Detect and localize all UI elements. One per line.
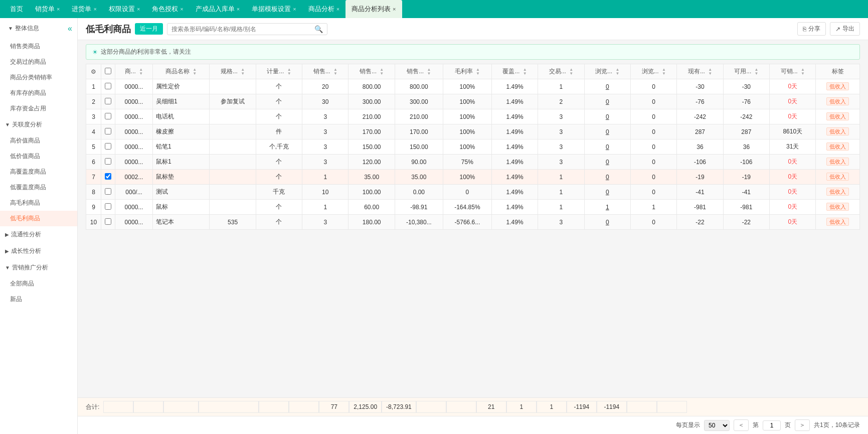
nav-analysis-list-close[interactable]: × [393,6,396,12]
nav-purchase[interactable]: 进货单 × [66,0,102,18]
row-checkbox-cell[interactable] [101,139,115,155]
row-sales-price: 800.00 [349,79,395,94]
row-checkbox-cell[interactable] [101,124,115,139]
row-checkbox[interactable] [105,203,111,210]
row-checkbox[interactable] [105,113,111,119]
nav-home[interactable]: 首页 [4,0,29,18]
sidebar-item-all-goods[interactable]: 全部商品 [0,276,77,292]
row-checkbox[interactable] [105,128,111,134]
row-checkbox[interactable] [105,188,111,195]
col-coverage[interactable]: 覆盖... ▲▼ [491,64,538,79]
sidebar-section-relevance[interactable]: ▼ 关联度分析 [0,116,77,133]
nav-permissions-close[interactable]: × [137,6,140,12]
nav-purchase-close[interactable]: × [93,6,96,12]
row-checkbox-cell[interactable] [101,79,115,94]
row-view1[interactable]: 0 [584,139,630,155]
col-current[interactable]: 现有... ▲▼ [677,64,723,79]
row-current: -106 [677,155,723,170]
row-checkbox-cell[interactable] [101,170,115,185]
row-checkbox[interactable] [105,173,111,180]
col-trade[interactable]: 交易... ▲▼ [538,64,584,79]
row-checkbox-cell[interactable] [101,185,115,200]
row-view1[interactable]: 0 [584,124,630,139]
row-checkbox-cell[interactable] [101,94,115,109]
col-code[interactable]: 商... ▲▼ [115,64,153,79]
nav-sales[interactable]: 销货单 × [29,0,66,18]
page-input[interactable] [763,420,781,430]
nav-sales-close[interactable]: × [57,6,60,12]
col-sellable[interactable]: 可销... ▲▼ [770,64,816,79]
nav-product-entry[interactable]: 产成品入库单 × [190,0,246,18]
row-view1[interactable]: 1 [584,200,630,215]
sidebar-section-growth[interactable]: ▶ 成长性分析 [0,243,77,259]
row-view1[interactable]: 0 [584,94,630,109]
row-tag: 低收入 [816,109,860,124]
row-view1[interactable]: 0 [584,185,630,200]
col-view2[interactable]: 浏览... ▲▼ [630,64,676,79]
nav-product-analysis[interactable]: 商品分析 × [302,0,345,18]
sidebar-item-traded-goods[interactable]: 交易过的商品 [0,54,77,70]
col-unit[interactable]: 计量... ▲▼ [256,64,302,79]
col-sales-price[interactable]: 销售... ▲▼ [349,64,395,79]
sidebar-item-low-coverage[interactable]: 低覆盖度商品 [0,180,77,195]
col-sales-amount[interactable]: 销售... ▲▼ [395,64,443,79]
pagination-bar: 每页显示 50 100 200 ＜ 第 页 ＞ 共1页，10条记录 [78,416,868,434]
col-settings[interactable]: ⚙ [86,64,101,79]
nav-template-setting[interactable]: 单据模板设置 × [246,0,302,18]
row-checkbox[interactable] [105,158,111,165]
sidebar-item-sales-goods[interactable]: 销售类商品 [0,39,77,54]
sidebar-item-category-sales[interactable]: 商品分类销销率 [0,70,77,85]
row-view1[interactable]: 0 [584,79,630,94]
col-sales-qty[interactable]: 销售... ▲▼ [302,64,349,79]
row-checkbox[interactable] [105,83,111,89]
sidebar-item-inventory-funds[interactable]: 库存资金占用 [0,101,77,116]
sidebar-item-new-goods[interactable]: 新品 [0,292,77,307]
sidebar-collapse-btn[interactable]: « [66,22,74,35]
col-available[interactable]: 可用... ▲▼ [723,64,769,79]
row-checkbox-cell[interactable] [101,155,115,170]
row-checkbox[interactable] [105,98,111,104]
col-view1[interactable]: 浏览... ▲▼ [584,64,630,79]
search-input[interactable] [171,26,314,33]
share-btn[interactable]: ⎘ 分享 [797,22,826,36]
sidebar-item-high-gross[interactable]: 高毛利商品 [0,195,77,211]
nav-product-entry-close[interactable]: × [237,6,240,12]
col-gross-margin[interactable]: 毛利率 ▲▼ [443,64,491,79]
row-checkbox[interactable] [105,218,111,225]
row-checkbox-cell[interactable] [101,200,115,215]
col-name[interactable]: 商品名称 ▲▼ [152,64,209,79]
row-sales-price: 170.00 [349,124,395,139]
prev-page-btn[interactable]: ＜ [734,419,749,431]
nav-permissions[interactable]: 权限设置 × [103,0,146,18]
sidebar-item-stock-goods[interactable]: 有库存的商品 [0,85,77,101]
col-spec[interactable]: 规格... ▲▼ [210,64,256,79]
row-name: 鼠标垫 [152,170,209,185]
row-view1[interactable]: 0 [584,215,630,230]
nav-analysis-list[interactable]: 商品分析列表 × [345,0,402,18]
sidebar-item-low-gross[interactable]: 低毛利商品 [0,211,77,226]
row-checkbox-cell[interactable] [101,215,115,230]
row-checkbox[interactable] [105,143,111,150]
row-tag: 低收入 [816,155,860,170]
next-page-btn[interactable]: ＞ [795,419,810,431]
page-size-select[interactable]: 50 100 200 [704,420,730,431]
row-view1[interactable]: 0 [584,109,630,124]
row-view1[interactable]: 0 [584,170,630,185]
select-all-checkbox[interactable] [105,68,111,74]
row-view1[interactable]: 0 [584,155,630,170]
filter-period-btn[interactable]: 近一月 [135,23,163,35]
col-checkbox[interactable] [101,64,115,79]
nav-product-analysis-close[interactable]: × [336,6,339,12]
nav-template-close[interactable]: × [293,6,296,12]
sidebar-item-high-coverage[interactable]: 高覆盖度商品 [0,164,77,180]
sidebar-section-marketing[interactable]: ▼ 营销推广分析 [0,259,77,276]
nav-role-auth-close[interactable]: × [180,6,183,12]
export-btn[interactable]: ↗ 导出 [830,22,860,36]
sidebar-item-high-value[interactable]: 高价值商品 [0,133,77,149]
sidebar-section-overview[interactable]: ▼ 整体信息 [3,20,44,37]
nav-role-auth[interactable]: 角色授权 × [146,0,189,18]
sidebar-section-circulation[interactable]: ▶ 流通性分析 [0,226,77,243]
row-checkbox-cell[interactable] [101,109,115,124]
sidebar-item-low-value[interactable]: 低价值商品 [0,149,77,164]
row-spec [210,170,256,185]
